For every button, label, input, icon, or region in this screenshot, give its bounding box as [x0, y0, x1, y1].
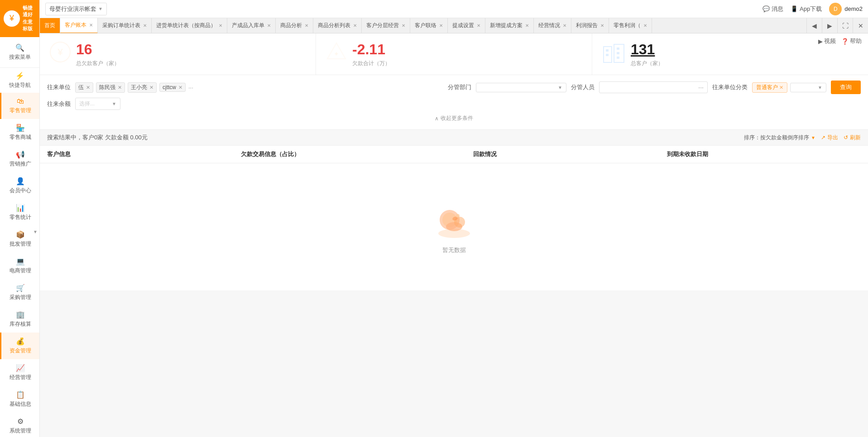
tab-prev-button[interactable]: ◀ [806, 18, 822, 33]
sidebar-item-retail-mgmt[interactable]: 🛍 零售管理 [0, 93, 39, 119]
question-icon: ❓ [841, 38, 849, 45]
sort-select[interactable]: 排序：按欠款金额倒序排序 ▼ [744, 134, 815, 142]
stat-label-1: 总欠款客户（家） [76, 60, 120, 67]
marketing-icon: 📢 [16, 150, 25, 159]
tab-close-icon[interactable]: ✕ [402, 23, 405, 28]
export-icon: ↗ [821, 134, 825, 141]
svg-rect-9 [617, 52, 619, 54]
collapse-icon: ∧ [435, 115, 439, 122]
tab-retail-profit[interactable]: 零售利润（ ✕ [609, 18, 652, 33]
tab-close-icon[interactable]: ✕ [267, 23, 271, 28]
messages-button[interactable]: 💬 消息 [762, 5, 783, 13]
tab-profit-report[interactable]: 利润报告 ✕ [571, 18, 609, 33]
sidebar-item-member[interactable]: 👤 会员中心 [0, 172, 39, 199]
remove-tag-chen[interactable]: ✕ [118, 85, 122, 90]
tab-fullscreen-button[interactable]: ⛶ [837, 18, 853, 33]
tab-close-icon[interactable]: ✕ [89, 23, 93, 28]
video-button[interactable]: ▶ 视频 [818, 37, 836, 45]
tab-product-analysis[interactable]: 商品分析 ✕ [276, 18, 313, 33]
amount-arrow-icon: ▼ [112, 101, 116, 106]
sidebar-item-batch-mgmt[interactable]: 📦 批发管理 ▼ [0, 226, 39, 252]
table-wrap: 客户信息 欠款交易信息（占比） 回款情况 到期未收款日期 [40, 146, 868, 290]
remove-classify-tag[interactable]: ✕ [779, 85, 783, 90]
tab-close-icon[interactable]: ✕ [439, 23, 443, 28]
tab-add-commission[interactable]: 新增提成方案 ✕ [485, 18, 534, 33]
tab-close-icon[interactable]: ✕ [477, 23, 480, 28]
search-menu-button[interactable]: 🔍 搜索菜单 [5, 41, 35, 64]
controls-area: 往来单位 伍 ✕ 陈民强 ✕ 王小亮 ✕ cjttcw [40, 75, 868, 130]
tab-close-all-button[interactable]: ✕ [853, 18, 868, 33]
sidebar-item-purchase[interactable]: 🛒 采购管理 [0, 279, 39, 306]
sidebar-item-retail-mall[interactable]: 🏪 零售商城 [0, 119, 39, 146]
search-icon: 🔍 [15, 43, 24, 52]
filter-tag-cjttcw: cjttcw ✕ [159, 83, 186, 92]
help-button[interactable]: ❓ 帮助 [841, 37, 862, 45]
stat-label-3: 总客户（家） [631, 60, 663, 67]
sidebar-item-inventory[interactable]: 🏢 库存核算 [0, 306, 39, 332]
play-icon: ▶ [818, 38, 823, 45]
people-select[interactable]: ··· [599, 81, 708, 93]
account-selector[interactable]: 母婴行业演示帐套 ▼ [45, 3, 107, 15]
purchase-icon: 🛒 [16, 284, 25, 292]
tab-close-icon[interactable]: ✕ [563, 23, 566, 28]
tab-customer-account[interactable]: 客户账本 ✕ [60, 18, 98, 33]
sidebar-logo[interactable]: ¥ 畅捷通好生意 标版 [0, 0, 39, 37]
sidebar-item-system[interactable]: ⚙ 系统管理 [0, 413, 39, 437]
tab-customer-contact[interactable]: 客户联络 ✕ [410, 18, 448, 33]
tab-product-inbound[interactable]: 产成品入库单 ✕ [227, 18, 276, 33]
remove-tag-cjttcw[interactable]: ✕ [178, 85, 182, 90]
amount-select[interactable]: 选择... ▼ [75, 98, 120, 110]
people-more-icon[interactable]: ··· [698, 84, 704, 91]
tab-biz-situation[interactable]: 经营情况 ✕ [534, 18, 571, 33]
tab-commission-setting[interactable]: 提成设置 ✕ [448, 18, 485, 33]
stat-icon-1: ¥ [49, 41, 72, 67]
quick-nav-button[interactable]: ⚡ 快捷导航 [0, 68, 39, 93]
tab-close-icon[interactable]: ✕ [305, 23, 308, 28]
stats-bar: ¥ 16 总欠款客户（家） ✦ -2.11 欠款合计（万） [40, 33, 868, 75]
stat-icon: 📊 [16, 204, 25, 212]
tab-product-analysis-list[interactable]: 商品分析列表 ✕ [313, 18, 362, 33]
phone-icon: 📱 [791, 5, 798, 12]
query-button[interactable]: 查询 [831, 81, 861, 94]
tab-home[interactable]: 首页 [40, 18, 60, 33]
dept-select[interactable]: ▼ [476, 83, 566, 92]
dept-arrow-icon: ▼ [558, 85, 562, 90]
tab-purchase-order-stat[interactable]: 采购订单统计表 ✕ [98, 18, 152, 33]
refresh-button[interactable]: ↺ 刷新 [844, 134, 861, 142]
topbar-right: 💬 消息 📱 App下载 D demo2 [762, 3, 863, 15]
remove-tag-wu[interactable]: ✕ [86, 85, 90, 90]
sidebar-item-finance[interactable]: 💰 资金管理 [0, 332, 39, 359]
sidebar-item-ecom[interactable]: 💻 电商管理 [0, 252, 39, 279]
tab-customer-layer[interactable]: 客户分层经营 ✕ [362, 18, 410, 33]
collapse-area: ∧ 收起更多条件 [47, 113, 861, 124]
app-download-button[interactable]: 📱 App下载 [791, 5, 822, 13]
export-button[interactable]: ↗ 导出 [821, 134, 838, 142]
more-tags-button[interactable]: ··· [188, 84, 193, 91]
tab-close-icon[interactable]: ✕ [525, 23, 529, 28]
tab-close-icon[interactable]: ✕ [353, 23, 357, 28]
filter-row-2: 往来余额 选择... ▼ [47, 98, 861, 110]
filter-tags: 伍 ✕ 陈民强 ✕ 王小亮 ✕ cjttcw ✕ ··· [75, 82, 443, 93]
expand-icon: ▼ [33, 229, 38, 234]
tab-close-icon[interactable]: ✕ [643, 23, 647, 28]
sidebar-item-marketing[interactable]: 📢 营销推广 [0, 146, 39, 172]
logo-icon: ¥ [4, 10, 20, 27]
remove-tag-wang[interactable]: ✕ [149, 85, 153, 90]
tab-next-button[interactable]: ▶ [822, 18, 837, 33]
stat-icon-2: ✦ [325, 41, 348, 67]
tab-goods-inbound-stat[interactable]: 进货单统计表（按商品） ✕ [152, 18, 227, 33]
avatar: D [829, 3, 842, 15]
sidebar-item-biz[interactable]: 📈 经营管理 [0, 359, 39, 386]
classify-select[interactable]: ▼ [790, 83, 826, 92]
table-header: 客户信息 欠款交易信息（占比） 回款情况 到期未收款日期 [40, 146, 868, 163]
stat-value-2: -2.11 [352, 41, 390, 58]
result-bar: 搜索结果中，客户0家 欠款金额 0.00元 排序：按欠款金额倒序排序 ▼ ↗ 导… [40, 130, 868, 146]
sidebar-item-retail-stat[interactable]: 📊 零售统计 [0, 199, 39, 226]
finance-icon: 💰 [16, 337, 25, 346]
user-menu[interactable]: D demo2 [829, 3, 863, 15]
tab-close-icon[interactable]: ✕ [219, 23, 222, 28]
tab-close-icon[interactable]: ✕ [143, 23, 147, 28]
sidebar-item-basic[interactable]: 📋 基础信息 [0, 386, 39, 413]
collapse-button[interactable]: ∧ 收起更多条件 [431, 113, 477, 124]
tab-close-icon[interactable]: ✕ [600, 23, 604, 28]
